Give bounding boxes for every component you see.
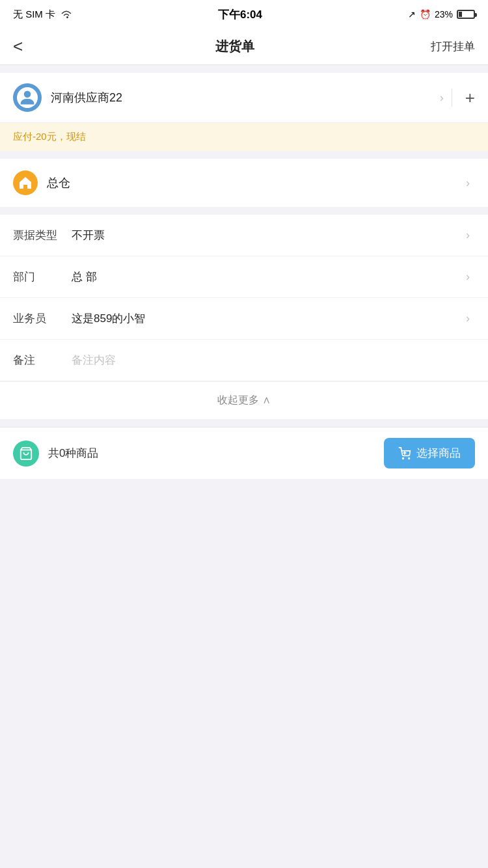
battery-percent: 23% [435, 9, 453, 20]
select-product-button[interactable]: 选择商品 [384, 438, 475, 468]
product-count: 共0种商品 [48, 446, 384, 461]
remark-row[interactable]: 备注 备注内容 [0, 340, 488, 381]
supplier-avatar [13, 83, 42, 112]
staff-value: 这是859的小智 [72, 311, 461, 326]
svg-point-0 [24, 91, 31, 98]
status-right-area: ↗ ⏰ 23% [408, 9, 475, 20]
collapse-row[interactable]: 收起更多 ∧ [0, 381, 488, 419]
supplier-avatar-inner [17, 87, 38, 108]
svg-point-3 [409, 457, 410, 459]
page-title: 进货单 [215, 38, 254, 55]
supplier-divider [452, 88, 452, 107]
supplier-card: 河南供应商22 › + 应付-20元，现结 [0, 73, 488, 151]
wifi-icon [61, 10, 72, 19]
battery-icon [457, 10, 475, 19]
nav-bar: < 进货单 打开挂单 [0, 29, 488, 65]
supplier-name: 河南供应商22 [51, 90, 435, 105]
dept-value: 总 部 [72, 269, 461, 284]
svg-point-2 [403, 457, 404, 459]
supplier-notice: 应付-20元，现结 [0, 123, 488, 151]
person-icon [18, 88, 36, 107]
house-icon [18, 176, 33, 190]
location-icon: ↗ [408, 9, 416, 20]
warehouse-chevron-icon: › [466, 176, 470, 190]
select-product-label: 选择商品 [416, 446, 461, 461]
alarm-icon: ⏰ [420, 9, 431, 20]
form-card: 票据类型 不开票 › 部门 总 部 › 业务员 这是859的小智 › 备注 备注… [0, 215, 488, 419]
staff-chevron-icon: › [466, 312, 470, 325]
dept-row[interactable]: 部门 总 部 › [0, 256, 488, 298]
staff-label: 业务员 [13, 311, 72, 326]
cart-icon [19, 446, 33, 461]
supplier-row[interactable]: 河南供应商22 › + [0, 73, 488, 123]
product-bar: 共0种商品 选择商品 [0, 427, 488, 479]
remark-input[interactable]: 备注内容 [72, 353, 475, 368]
invoice-row[interactable]: 票据类型 不开票 › [0, 215, 488, 256]
status-time: 下午6:04 [218, 7, 262, 22]
section-gap-1 [0, 65, 488, 73]
product-icon [13, 441, 39, 467]
status-carrier-area: 无 SIM 卡 [13, 8, 72, 21]
invoice-value: 不开票 [72, 228, 461, 243]
warehouse-card: 总仓 › [0, 159, 488, 207]
warehouse-row[interactable]: 总仓 › [0, 159, 488, 207]
supplier-chevron-icon: › [440, 91, 444, 105]
warehouse-icon [13, 170, 38, 195]
warehouse-label: 总仓 [47, 175, 461, 191]
status-bar: 无 SIM 卡 下午6:04 ↗ ⏰ 23% [0, 0, 488, 29]
carrier-label: 无 SIM 卡 [13, 8, 55, 21]
staff-row[interactable]: 业务员 这是859的小智 › [0, 298, 488, 340]
select-cart-icon [398, 447, 411, 460]
invoice-label: 票据类型 [13, 228, 72, 243]
open-pending-button[interactable]: 打开挂单 [431, 39, 475, 54]
back-button[interactable]: < [13, 36, 39, 57]
remark-label: 备注 [13, 353, 72, 368]
dept-chevron-icon: › [466, 270, 470, 284]
collapse-button[interactable]: 收起更多 ∧ [217, 394, 270, 405]
dept-label: 部门 [13, 269, 72, 284]
invoice-chevron-icon: › [466, 228, 470, 242]
add-supplier-button[interactable]: + [455, 88, 475, 108]
